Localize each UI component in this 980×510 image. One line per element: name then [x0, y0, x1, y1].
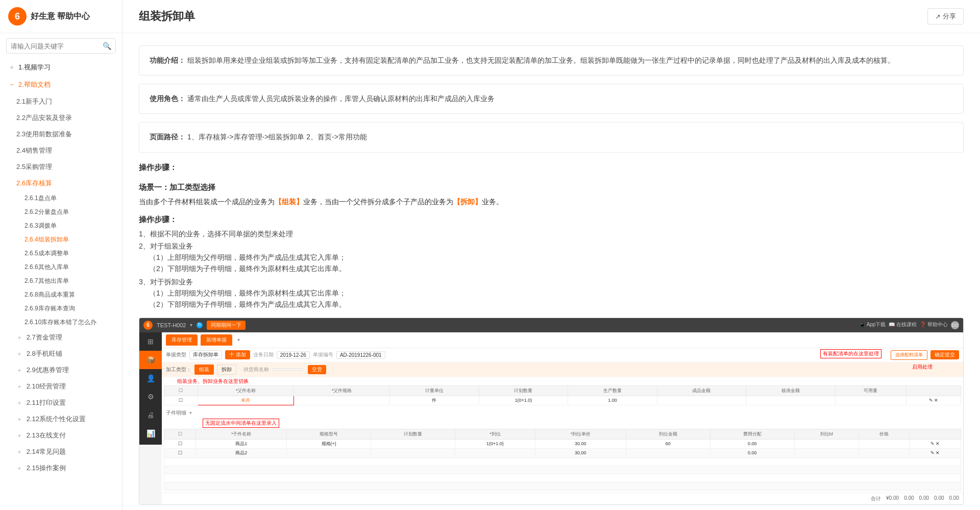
sidebar-item-2-6-10[interactable]: 2.6.10库存账本错了怎么办 [0, 315, 122, 329]
mock-stock-value[interactable] [272, 369, 303, 371]
intro-text-3: 1、库存核算->库存管理->组装拆卸单 2、首页->常用功能 [187, 133, 367, 141]
mock-icon-help: ❓ 帮助中心 [920, 321, 948, 329]
mock-parent-col-unit: 计量单位 [390, 385, 479, 396]
mock-child-col-ops [910, 429, 961, 439]
mock-child-col-plan: 计划数量 [371, 429, 455, 439]
sidebar: 6 好生意 帮助中心 🔍 ＋ 1.视频学习 － 2.帮助文档 2.1新手入门 2… [0, 0, 122, 510]
sidebar-item-2-6-2[interactable]: 2.6.2分量盘点单 [0, 205, 122, 219]
sidebar-item-2[interactable]: － 2.帮助文档 [0, 76, 122, 93]
mock-topbar-icons: 📱 App下载 📖 在线课程 ❓ 帮助中心 CC [859, 321, 959, 329]
mock-child-row-1: ☐ 商品1 规格(+) 1(0+1.0) 30.00 60 0.00 [164, 439, 961, 448]
intro-text-1: 组装拆卸单用来处理企业组装或拆卸等加工业务，支持有固定装配清单的产品加工业务，也… [187, 56, 895, 64]
sidebar-item-2-9[interactable]: ＋ 2.9优惠券管理 [0, 362, 122, 378]
mock-parent-col-prod-qty: 生产数量 [568, 385, 657, 396]
mock-tabs: 库存管理 新增单据 ▾ [162, 332, 963, 348]
sidebar-item-2-12[interactable]: ＋ 2.12系统个性化设置 [0, 411, 122, 427]
sidebar-item-2-15[interactable]: ＋ 2.15操作案例 [0, 460, 122, 476]
sidebar-item-2-6-1[interactable]: 2.6.1盘点单 [0, 191, 122, 205]
expand-icon-2-15: ＋ [16, 465, 22, 472]
sidebar-item-2-14[interactable]: ＋ 2.14常见问题 [0, 444, 122, 460]
mock-type-assemble[interactable]: 组装 [194, 365, 214, 375]
mock-type-disassemble[interactable]: 拆卸 [217, 365, 236, 375]
mock-child-col-fee: 费用分配 [710, 429, 794, 439]
mock-total-6: 0.00 [949, 495, 959, 502]
mock-child-row-4 [164, 466, 961, 474]
screenshot-container: 6 TEST-H002 ▾ ↻ 同期期间一下 📱 App下载 📖 在线课程 ❓ … [139, 318, 964, 505]
mock-form-row-2: 加工类型： 组装 拆卸 供货商名称 交货 组装业务、拆卸业务在这里切换 启用处理 [162, 362, 963, 377]
mock-total-4: 0.00 [919, 495, 929, 502]
sidebar-item-2-6-4[interactable]: 2.6.4组装拆卸单 [0, 233, 122, 247]
expand-icon-2-12: ＋ [16, 416, 22, 423]
sidebar-item-2-8[interactable]: ＋ 2.8手机旺铺 [0, 346, 122, 362]
mock-parent-row1-unit: 件 [390, 396, 479, 405]
mock-parent-row1-avail [835, 396, 906, 405]
mock-child-row-6 [164, 482, 961, 490]
expand-icon-2-13: ＋ [16, 432, 22, 439]
sidebar-item-2-2[interactable]: 2.2产品安装及登录 [0, 110, 122, 126]
sidebar-item-2-3[interactable]: 2.3使用前数据准备 [0, 126, 122, 142]
mock-parent-row1-check[interactable]: ☐ [164, 396, 198, 405]
mock-stock-label: 供货商名称 [243, 366, 269, 373]
mock-icon-app: 📱 App下载 [859, 321, 886, 329]
sidebar-item-2-1[interactable]: 2.1新手入门 [0, 93, 122, 110]
expand-icon-2-7: ＋ [16, 334, 22, 341]
mock-submit-btn[interactable]: 确定提交 [930, 350, 959, 359]
mock-sidebar-icon-settings: ⚙ [139, 387, 162, 406]
sidebar-item-2-6-5[interactable]: 2.6.5成本调整单 [0, 247, 122, 260]
mock-bottom-row: 合计 ¥0.00 0.00 0.00 0.00 0.00 [162, 493, 963, 504]
main-header: 组装拆卸单 ↗ 分享 [122, 0, 980, 33]
mock-process-btn[interactable]: 选择配料清单 [891, 350, 927, 360]
mock-company: TEST-H002 [157, 322, 186, 328]
expand-icon-2-9: ＋ [16, 367, 22, 374]
mock-sidebar-icon-customer: 👤 [139, 369, 162, 387]
mock-tab-new[interactable]: 新增单据 [201, 334, 232, 346]
assemble-steps: （1）上部明细为父件明细，最终作为产成品生成其它入库单； （2）下部明细为子件明… [149, 253, 964, 274]
sidebar-item-2-10[interactable]: ＋ 2.10经营管理 [0, 378, 122, 395]
mock-date-label: 业务日期 [253, 351, 274, 358]
mock-child-col-price: *到位单价 [535, 429, 626, 439]
mock-date-value[interactable]: 2019-12-26 [277, 351, 310, 359]
sidebar-item-2-7[interactable]: ＋ 2.7资金管理 [0, 329, 122, 346]
sidebar-item-2-6[interactable]: 2.6库存核算 [0, 175, 122, 191]
mock-period-btn[interactable]: 同期期间一下 [207, 321, 246, 330]
sidebar-item-2-6-6[interactable]: 2.6.6其他入库单 [0, 260, 122, 274]
expand-icon-2-14: ＋ [16, 448, 22, 455]
mock-tab-inventory[interactable]: 库存管理 [166, 334, 198, 346]
search-icon[interactable]: 🔍 [103, 42, 111, 50]
share-button[interactable]: ↗ 分享 [927, 8, 964, 25]
mock-child-section: 子件明细 ▾ 无固定流水中间清单在这里录入 [162, 407, 963, 419]
mock-confirm-btn[interactable]: 交货 [308, 365, 326, 374]
steps-title: 操作步骤： [139, 215, 964, 225]
mock-docno-value[interactable]: AD-20191226-001 [336, 351, 385, 359]
annotation-toggle: 组装业务、拆卸业务在这里切换 [177, 378, 249, 385]
mock-topbar: 6 TEST-H002 ▾ ↻ 同期期间一下 📱 App下载 📖 在线课程 ❓ … [139, 318, 963, 332]
sidebar-item-2-6-7[interactable]: 2.6.7其他出库单 [0, 274, 122, 288]
annotation-available: 启用处理 [912, 363, 933, 371]
scenario-desc: 当由多个子件材料组装成一个成品的业务为【组装】业务，当由一个父件拆分成多个子产品… [139, 198, 964, 207]
sidebar-header: 6 好生意 帮助中心 [0, 0, 122, 33]
sidebar-item-1[interactable]: ＋ 1.视频学习 [0, 59, 122, 76]
sidebar-item-2-11[interactable]: ＋ 2.11打印设置 [0, 395, 122, 411]
sidebar-item-2-5[interactable]: 2.5采购管理 [0, 159, 122, 175]
sidebar-item-2-6-3[interactable]: 2.6.3调拨单 [0, 219, 122, 233]
mock-add-btn[interactable]: 十 添加 [225, 350, 250, 359]
sidebar-item-2-13[interactable]: ＋ 2.13在线支付 [0, 427, 122, 444]
search-input[interactable] [11, 42, 103, 50]
search-bar[interactable]: 🔍 [6, 38, 116, 54]
mock-parent-col-check-amt: 核准金额 [746, 385, 836, 396]
mock-child-row-3 [164, 457, 961, 466]
mock-doctype-value[interactable]: 库存拆卸单 [189, 350, 222, 359]
mock-child-col-name: *子件名称 [196, 429, 287, 439]
main-content: 组装拆卸单 ↗ 分享 功能介绍： 组装拆卸单用来处理企业组装或拆卸等加工业务，支… [122, 0, 980, 510]
mock-dropdown-icon: ▾ [190, 322, 192, 328]
nav-section: ＋ 1.视频学习 － 2.帮助文档 2.1新手入门 2.2产品安装及登录 2.3… [0, 59, 122, 480]
mock-app: 6 TEST-H002 ▾ ↻ 同期期间一下 📱 App下载 📖 在线课程 ❓ … [139, 318, 963, 504]
content-area: 功能介绍： 组装拆卸单用来处理企业组装或拆卸等加工业务，支持有固定装配清单的产品… [122, 33, 980, 510]
sidebar-item-2-6-8[interactable]: 2.6.8商品成本重算 [0, 288, 122, 302]
mock-child-label: 子件明细 [166, 409, 186, 417]
sidebar-item-2-6-9[interactable]: 2.6.9库存账本查询 [0, 302, 122, 315]
sidebar-item-2-4[interactable]: 2.4销售管理 [0, 142, 122, 159]
mock-docno-label: 单据编号 [313, 351, 333, 358]
mock-parent-col-plan-qty: 计划数量 [479, 385, 568, 396]
mock-parent-col-spec: *父件规格 [294, 385, 390, 396]
